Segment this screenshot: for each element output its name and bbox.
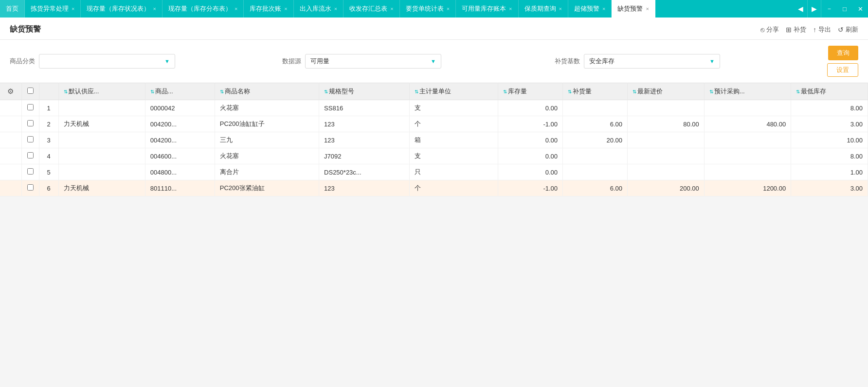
table-row: 4 004600... 火花塞 J7092 支 0.00 8.00: [0, 148, 868, 164]
td-min-stock-4: 1.00: [791, 164, 868, 180]
th-default-supplier[interactable]: ⇅默认供应...: [58, 83, 145, 100]
settings-icon[interactable]: ⚙: [7, 87, 14, 95]
td-min-stock-3: 8.00: [791, 148, 868, 164]
setting-button[interactable]: 设置: [827, 63, 858, 77]
sort-code-icon: ⇅: [150, 89, 154, 94]
td-checkbox-1[interactable]: [21, 116, 39, 132]
th-est-purchase[interactable]: ⇅预计采购...: [704, 83, 791, 100]
td-code-0: 0000042: [145, 100, 215, 116]
datasource-select[interactable]: 可用量 ▼: [305, 54, 441, 69]
nav-prev-button[interactable]: ◀: [794, 0, 808, 18]
topbar-item-11[interactable]: 缺货预警×: [612, 0, 655, 18]
td-est-purchase-5: 1200.00: [704, 180, 791, 196]
th-min-stock[interactable]: ⇅最低库存: [791, 83, 868, 100]
td-checkbox-0[interactable]: [21, 100, 39, 116]
td-stock-2: 0.00: [498, 132, 563, 148]
td-settings-3: [0, 148, 21, 164]
th-checkbox: [21, 83, 39, 100]
topbar-item-6[interactable]: 收发存汇总表×: [344, 0, 399, 18]
select-all-checkbox[interactable]: [27, 88, 34, 94]
td-min-stock-5: 3.00: [791, 180, 868, 196]
window-close-button[interactable]: ✕: [852, 0, 868, 18]
th-stock[interactable]: ⇅库存量: [498, 83, 563, 100]
page-actions: ⎋ 分享 ⊞ 补货 ↑ 导出 ↺ 刷新: [760, 25, 858, 34]
filter-actions: 查询 设置: [827, 46, 858, 77]
topbar-close-9[interactable]: ×: [559, 6, 562, 12]
topbar-item-3[interactable]: 现存量（库存分布表）×: [163, 0, 244, 18]
topbar-close-3[interactable]: ×: [235, 6, 237, 12]
td-settings-2: [0, 132, 21, 148]
td-latest-price-5: 200.00: [628, 180, 705, 196]
topbar-item-1[interactable]: 拣货异常处理×: [25, 0, 81, 18]
sort-min-icon: ⇅: [796, 89, 800, 94]
topbar-close-2[interactable]: ×: [153, 6, 156, 12]
query-button[interactable]: 查询: [828, 46, 858, 60]
topbar-close-5[interactable]: ×: [334, 6, 337, 12]
topbar-item-8[interactable]: 可用量库存账本×: [456, 0, 518, 18]
topbar-close-1[interactable]: ×: [72, 6, 74, 12]
table-row: 1 0000042 火花塞 SS816 支 0.00 8.00: [0, 100, 868, 116]
topbar-item-7[interactable]: 要货单统计表×: [400, 0, 456, 18]
row-checkbox-0[interactable]: [27, 104, 34, 110]
th-unit[interactable]: ⇅主计量单位: [409, 83, 498, 100]
td-stock-5: -1.00: [498, 180, 563, 196]
topbar-item-9[interactable]: 保质期查询×: [519, 0, 568, 18]
window-min-button[interactable]: －: [821, 0, 837, 18]
topbar-item-2[interactable]: 现存量（库存状况表）×: [81, 0, 162, 18]
th-product-name[interactable]: ⇅商品名称: [215, 83, 319, 100]
replenish-button[interactable]: ⊞ 补货: [786, 25, 806, 34]
td-checkbox-2[interactable]: [21, 132, 39, 148]
category-select[interactable]: ▼: [39, 54, 175, 69]
td-code-1: 004200...: [145, 116, 215, 132]
td-checkbox-3[interactable]: [21, 148, 39, 164]
topbar: 首页拣货异常处理×现存量（库存状况表）×现存量（库存分布表）×库存批次账×出入库…: [0, 0, 868, 18]
export-button[interactable]: ↑ 导出: [813, 25, 831, 34]
share-button[interactable]: ⎋ 分享: [760, 25, 779, 34]
td-checkbox-4[interactable]: [21, 164, 39, 180]
th-spec[interactable]: ⇅规格型号: [319, 83, 410, 100]
topbar-item-10[interactable]: 超储预警×: [568, 0, 612, 18]
th-latest-price[interactable]: ⇅最新进价: [628, 83, 705, 100]
td-supplier-5: 力天机械: [58, 180, 145, 196]
page-header: 缺货预警 ⎋ 分享 ⊞ 补货 ↑ 导出 ↺ 刷新: [0, 18, 868, 40]
row-checkbox-4[interactable]: [27, 168, 34, 175]
sort-unit-icon: ⇅: [415, 89, 418, 94]
td-replenish-3: [563, 148, 628, 164]
td-unit-5: 个: [409, 180, 498, 196]
topbar-item-5[interactable]: 出入库流水×: [294, 0, 344, 18]
window-max-button[interactable]: □: [837, 0, 852, 18]
nav-next-button[interactable]: ▶: [808, 0, 821, 18]
th-replenish[interactable]: ⇅补货量: [563, 83, 628, 100]
page-container: 缺货预警 ⎋ 分享 ⊞ 补货 ↑ 导出 ↺ 刷新 商品分类: [0, 18, 868, 196]
topbar-item-0[interactable]: 首页: [0, 0, 25, 18]
topbar-close-10[interactable]: ×: [602, 6, 605, 12]
topbar-close-4[interactable]: ×: [284, 6, 287, 12]
row-checkbox-3[interactable]: [27, 152, 34, 158]
row-checkbox-5[interactable]: [27, 184, 34, 191]
row-checkbox-1[interactable]: [27, 120, 34, 126]
td-num-2: 3: [39, 132, 58, 148]
category-label: 商品分类: [10, 57, 35, 66]
td-latest-price-4: [628, 164, 705, 180]
refresh-button[interactable]: ↺ 刷新: [838, 25, 858, 34]
topbar-close-6[interactable]: ×: [390, 6, 393, 12]
row-checkbox-2[interactable]: [27, 136, 34, 142]
topbar-close-7[interactable]: ×: [447, 6, 450, 12]
td-latest-price-0: [628, 100, 705, 116]
table-container: ⚙ ⇅默认供应... ⇅商品... ⇅商品名称: [0, 83, 868, 196]
td-min-stock-2: 10.00: [791, 132, 868, 148]
topbar-close-8[interactable]: ×: [509, 6, 512, 12]
replenish-base-select[interactable]: 安全库存 ▼: [584, 54, 720, 69]
td-spec-1: 123: [319, 116, 410, 132]
td-replenish-2: 20.00: [563, 132, 628, 148]
th-product-code[interactable]: ⇅商品...: [145, 83, 215, 100]
topbar-item-4[interactable]: 库存批次账×: [244, 0, 293, 18]
td-unit-3: 支: [409, 148, 498, 164]
topbar-close-11[interactable]: ×: [646, 6, 649, 12]
td-stock-1: -1.00: [498, 116, 563, 132]
table-header-row: ⚙ ⇅默认供应... ⇅商品... ⇅商品名称: [0, 83, 868, 100]
sort-supplier-icon: ⇅: [64, 89, 68, 94]
td-min-stock-0: 8.00: [791, 100, 868, 116]
td-checkbox-5[interactable]: [21, 180, 39, 196]
td-replenish-5: 6.00: [563, 180, 628, 196]
